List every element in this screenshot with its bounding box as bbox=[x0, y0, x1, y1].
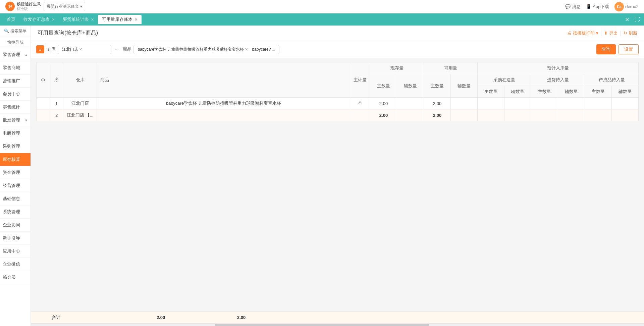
chevron-icon-2: ▼ bbox=[24, 119, 28, 122]
logo-text: 畅捷通好生意 bbox=[17, 2, 41, 6]
sidebar-item-retail-mall[interactable]: 零售商城 bbox=[0, 61, 31, 75]
product-filter: 商品 babycare学饮杯 儿童防摔防撞吸管杯重力球吸嘴杯宝宝水杯 ✕ bab… bbox=[123, 45, 279, 54]
top-bar: 好 畅捷通好生意 标准版 母婴行业演示账套 ▾ 💬 消息 📱 App下载 Ea … bbox=[0, 0, 644, 13]
tab-income-expense-close[interactable]: ✕ bbox=[52, 17, 55, 22]
tab-available-stock[interactable]: 可用量库存账本 ✕ bbox=[98, 15, 142, 24]
th-inbound-pending: 进货待入量 bbox=[531, 74, 585, 86]
sidebar-item-enterprise-collab[interactable]: 企业协同 bbox=[0, 219, 31, 232]
chevron-icon: ▲ bbox=[24, 53, 28, 57]
td-inbound-aux-1 bbox=[558, 98, 585, 109]
td-prod-main-1 bbox=[585, 98, 612, 109]
td-avail-aux-1 bbox=[451, 98, 478, 109]
app-download-action[interactable]: 📱 App下载 bbox=[586, 4, 609, 10]
sidebar-item-app-center[interactable]: 应用中心 bbox=[0, 245, 31, 258]
avatar: Ea bbox=[614, 2, 624, 11]
th-settings[interactable]: ⚙ bbox=[37, 62, 50, 98]
tab-available-stock-close[interactable]: ✕ bbox=[135, 17, 138, 22]
td-product-2 bbox=[97, 109, 350, 121]
td-prod-aux-1 bbox=[612, 98, 639, 109]
sidebar-item-system-mgmt[interactable]: 系统管理 bbox=[0, 205, 31, 219]
divider-1 bbox=[601, 31, 601, 36]
th-avail-main: 主数量 bbox=[424, 74, 451, 98]
tab-home[interactable]: 首页 bbox=[3, 15, 19, 24]
sidebar-item-purchase-mgmt[interactable]: 采购管理 bbox=[0, 140, 31, 153]
sidebar-search-label: 搜索菜单 bbox=[10, 29, 26, 33]
query-btn[interactable]: 查询 bbox=[596, 44, 616, 54]
sidebar-item-new-guide-label: 新手引导 bbox=[3, 235, 20, 241]
td-settings bbox=[37, 98, 50, 109]
tab-order-stats-close[interactable]: ✕ bbox=[91, 17, 94, 22]
horizontal-scrollbar[interactable] bbox=[31, 323, 644, 326]
sidebar-item-basic-info[interactable]: 基础信息 bbox=[0, 192, 31, 205]
warehouse-tag-container[interactable]: 江北门店 ✕ bbox=[58, 45, 111, 54]
tab-close-all-btn[interactable]: ✕ bbox=[624, 16, 631, 24]
product-tag-2: babycare? ... bbox=[251, 47, 276, 52]
td-avail-main-2: 2.00 bbox=[424, 109, 451, 121]
refresh-btn[interactable]: ↻ 刷新 bbox=[624, 30, 637, 36]
scroll-thumb[interactable] bbox=[215, 324, 429, 326]
product-label: 商品 bbox=[123, 46, 131, 52]
sidebar-quick-nav-label: 快捷导航 bbox=[7, 40, 23, 45]
filter-expand-btn[interactable]: » bbox=[36, 45, 44, 53]
tab-order-stats[interactable]: 要货单统计表 ✕ bbox=[59, 15, 98, 24]
tab-fullscreen-btn[interactable]: ⛶ bbox=[633, 16, 641, 23]
template-print-label: 按模板打印 bbox=[573, 30, 595, 36]
settings-btn[interactable]: 设置 bbox=[619, 44, 639, 54]
td-stock-aux-2 bbox=[397, 109, 424, 121]
sidebar-item-vip-member[interactable]: 畅会员 bbox=[0, 271, 31, 284]
sidebar-item-marketing[interactable]: 营销推广 bbox=[0, 75, 31, 88]
sidebar-item-ecommerce-mgmt[interactable]: 电商管理 bbox=[0, 127, 31, 140]
sidebar-quick-nav[interactable]: 快捷导航 bbox=[0, 37, 31, 48]
app-download-label: App下载 bbox=[593, 4, 609, 10]
top-bar-right: 💬 消息 📱 App下载 Ea demo2 bbox=[565, 2, 639, 11]
main-layout: 🔍 搜索菜单 快捷导航 零售管理 ▲ 零售商城 营销推广 会员中心 零售统计 批… bbox=[0, 26, 644, 326]
th-available: 可用量 bbox=[424, 62, 478, 74]
th-main-unit: 主计量 bbox=[350, 62, 370, 98]
td-no-2: 2 bbox=[50, 109, 63, 121]
message-action[interactable]: 💬 消息 bbox=[565, 4, 581, 10]
export-label: 导出 bbox=[609, 30, 618, 36]
sidebar-item-retail-mgmt[interactable]: 零售管理 ▲ bbox=[0, 48, 31, 61]
sidebar-item-finance-mgmt[interactable]: 资金管理 bbox=[0, 166, 31, 179]
td-warehouse-1: 江北门店 bbox=[63, 98, 97, 109]
data-table: ⚙ 序 仓库 商品 主计量 现存量 可用量 预计入库量 主数量 辅数量 主数量 … bbox=[36, 62, 639, 121]
td-avail-aux-2 bbox=[451, 109, 478, 121]
warehouse-tag-remove[interactable]: ✕ bbox=[79, 47, 82, 52]
th-no: 序 bbox=[50, 62, 63, 98]
filter-bar: » 仓库 江北门店 ✕ ··· 商品 babycare学饮杯 儿童防摔防撞吸管杯… bbox=[31, 41, 644, 58]
sidebar-item-retail-mall-label: 零售商城 bbox=[3, 65, 20, 71]
filter-actions: 查询 设置 bbox=[596, 44, 639, 54]
sidebar-item-retail-stats[interactable]: 零售统计 bbox=[0, 101, 31, 114]
sidebar-item-member-center[interactable]: 会员中心 bbox=[0, 88, 31, 101]
table-row: 2 江北门店 【... 2.00 2.00 bbox=[37, 109, 639, 121]
th-inbound-main: 主数量 bbox=[531, 86, 558, 98]
th-purchase-transit: 采购在途量 bbox=[478, 74, 531, 86]
sidebar-item-operation-mgmt[interactable]: 经营管理 bbox=[0, 179, 31, 192]
sidebar-item-wholesale-mgmt[interactable]: 批发管理 ▼ bbox=[0, 114, 31, 127]
th-avail-aux: 辅数量 bbox=[451, 74, 478, 98]
username: demo2 bbox=[625, 4, 639, 9]
template-print-btn[interactable]: 🖨 按模板打印 ▾ bbox=[567, 30, 598, 36]
logo-sub: 标准版 bbox=[17, 6, 41, 11]
export-btn[interactable]: ⬆ 导出 bbox=[604, 30, 618, 36]
user-initial: Ea bbox=[617, 5, 622, 9]
sidebar-search[interactable]: 🔍 搜索菜单 bbox=[0, 26, 31, 37]
td-purchase-aux-2 bbox=[504, 109, 531, 121]
user-area[interactable]: Ea demo2 bbox=[614, 2, 639, 11]
chevron-down-icon-2: ▾ bbox=[596, 31, 598, 36]
th-warehouse: 仓库 bbox=[63, 62, 97, 98]
sidebar-item-inventory-check[interactable]: 库存核算 bbox=[0, 153, 31, 166]
sidebar-item-retail-stats-label: 零售统计 bbox=[3, 104, 20, 110]
sidebar-item-wholesale-mgmt-label: 批发管理 bbox=[3, 117, 20, 123]
mobile-icon: 📱 bbox=[586, 4, 591, 9]
tenant-selector[interactable]: 母婴行业演示账套 ▾ bbox=[44, 2, 85, 11]
tab-income-expense[interactable]: 收发存汇总表 ✕ bbox=[19, 15, 59, 24]
td-inbound-main-1 bbox=[531, 98, 558, 109]
product-tag-1-remove[interactable]: ✕ bbox=[245, 47, 248, 52]
sidebar-item-enterprise-wechat[interactable]: 企业微信 bbox=[0, 258, 31, 271]
th-stock-main: 主数量 bbox=[370, 74, 397, 98]
warehouse-more-btn[interactable]: ··· bbox=[113, 47, 120, 52]
sidebar-item-purchase-mgmt-label: 采购管理 bbox=[3, 143, 20, 149]
sidebar-item-new-guide[interactable]: 新手引导 bbox=[0, 232, 31, 245]
product-tag-container[interactable]: babycare学饮杯 儿童防摔防撞吸管杯重力球吸嘴杯宝宝水杯 ✕ babyca… bbox=[133, 45, 279, 54]
